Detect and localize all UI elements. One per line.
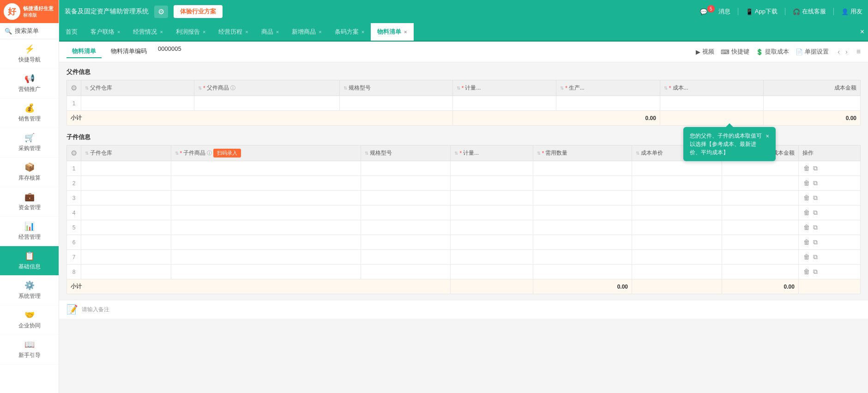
- child-row-unit-cost-2[interactable]: [632, 176, 722, 191]
- child-row-unit-cost-1[interactable]: [632, 161, 722, 176]
- child-row-qty-6[interactable]: [533, 235, 632, 250]
- close-profit-tab[interactable]: ×: [203, 29, 205, 35]
- message-button[interactable]: 💬 5 消息: [700, 7, 730, 16]
- delete-row-4[interactable]: 🗑: [803, 209, 810, 216]
- sidebar-item-marketing[interactable]: 📢 营销推广: [0, 69, 59, 98]
- parent-row-cost[interactable]: [660, 96, 764, 111]
- child-row-unit-cost-7[interactable]: [632, 250, 722, 265]
- close-customer-tab[interactable]: ×: [117, 29, 120, 35]
- child-row-unit-5[interactable]: [451, 220, 533, 235]
- child-row-warehouse-6[interactable]: [81, 235, 171, 250]
- sub-tab-bom-code[interactable]: 物料清单编码: [105, 45, 152, 58]
- child-row-unit-cost-3[interactable]: [632, 191, 722, 206]
- tab-profit[interactable]: 利润报告 ×: [169, 23, 212, 41]
- close-history-tab[interactable]: ×: [245, 29, 248, 35]
- prev-arrow[interactable]: ‹: [835, 47, 842, 56]
- child-row-product-2[interactable]: [171, 176, 361, 191]
- close-barcode-tab[interactable]: ×: [362, 29, 364, 35]
- delete-row-1[interactable]: 🗑: [803, 164, 810, 172]
- copy-row-4[interactable]: ⧉: [813, 209, 818, 216]
- sidebar-item-finance[interactable]: 💼 资金管理: [0, 187, 59, 217]
- child-row-spec-3[interactable]: [361, 191, 451, 206]
- child-row-warehouse-7[interactable]: [81, 250, 171, 265]
- child-row-unit-3[interactable]: [451, 191, 533, 206]
- tab-history[interactable]: 经营历程 ×: [212, 23, 254, 41]
- settings-icon[interactable]: ⚙: [71, 84, 77, 92]
- tab-bom[interactable]: 物料清单 ×: [371, 23, 413, 41]
- child-row-warehouse-8[interactable]: [81, 265, 171, 279]
- close-new-product-tab[interactable]: ×: [319, 29, 321, 35]
- delete-row-3[interactable]: 🗑: [803, 194, 810, 201]
- child-settings-icon[interactable]: ⚙: [71, 149, 77, 157]
- close-bom-tab[interactable]: ×: [404, 29, 407, 35]
- child-row-warehouse-3[interactable]: [81, 191, 171, 206]
- child-row-unit-cost-4[interactable]: [632, 206, 722, 220]
- shortcut-button[interactable]: ⌨ 快捷键: [721, 48, 749, 56]
- close-all-button[interactable]: ×: [856, 24, 868, 40]
- child-row-unit-4[interactable]: [451, 206, 533, 220]
- copy-row-6[interactable]: ⧉: [813, 238, 818, 246]
- child-row-unit-cost-6[interactable]: [632, 235, 722, 250]
- tab-product[interactable]: 商品 ×: [255, 23, 285, 41]
- parent-row-produce[interactable]: [556, 96, 660, 111]
- parent-row-unit[interactable]: [452, 96, 556, 111]
- child-row-qty-2[interactable]: [533, 176, 632, 191]
- delete-row-8[interactable]: 🗑: [803, 268, 810, 275]
- gear-button[interactable]: ⚙: [154, 6, 168, 18]
- copy-row-3[interactable]: ⧉: [813, 194, 818, 201]
- child-row-product-6[interactable]: [171, 235, 361, 250]
- sidebar-item-system[interactable]: ⚙️ 系统管理: [0, 276, 59, 305]
- child-row-unit-8[interactable]: [451, 265, 533, 279]
- child-row-product-1[interactable]: [171, 161, 361, 176]
- tab-customer[interactable]: 客户联络 ×: [84, 23, 127, 41]
- close-operation-tab[interactable]: ×: [160, 29, 163, 35]
- extract-cost-button[interactable]: 💲 提取成本: [756, 48, 789, 56]
- child-row-warehouse-4[interactable]: [81, 206, 171, 220]
- sidebar-item-sales[interactable]: 💰 销售管理: [0, 98, 59, 128]
- child-row-unit-1[interactable]: [451, 161, 533, 176]
- try-button[interactable]: 体验行业方案: [174, 5, 223, 18]
- child-row-product-5[interactable]: [171, 220, 361, 235]
- child-row-unit-cost-5[interactable]: [632, 220, 722, 235]
- sidebar-item-purchase[interactable]: 🛒 采购管理: [0, 128, 59, 157]
- copy-row-7[interactable]: ⧉: [813, 253, 818, 260]
- child-row-qty-4[interactable]: [533, 206, 632, 220]
- child-row-product-7[interactable]: [171, 250, 361, 265]
- child-row-warehouse-5[interactable]: [81, 220, 171, 235]
- child-row-unit-2[interactable]: [451, 176, 533, 191]
- delete-row-5[interactable]: 🗑: [803, 224, 810, 231]
- sidebar-item-basic-info[interactable]: 📋 基础信息: [0, 246, 59, 276]
- child-row-warehouse-1[interactable]: [81, 161, 171, 176]
- tab-operation-status[interactable]: 经营情况 ×: [127, 23, 169, 41]
- copy-row-2[interactable]: ⧉: [813, 179, 818, 187]
- scan-input-button[interactable]: 扫码录入: [213, 149, 241, 157]
- child-row-qty-1[interactable]: [533, 161, 632, 176]
- child-row-qty-5[interactable]: [533, 220, 632, 235]
- child-row-spec-7[interactable]: [361, 250, 451, 265]
- parent-row-warehouse[interactable]: [81, 96, 194, 111]
- child-row-product-3[interactable]: [171, 191, 361, 206]
- tooltip-close-button[interactable]: ×: [766, 132, 769, 141]
- copy-row-1[interactable]: ⧉: [813, 164, 818, 172]
- child-row-qty-3[interactable]: [533, 191, 632, 206]
- child-row-product-4[interactable]: [171, 206, 361, 220]
- online-service-button[interactable]: 🎧 在线客服: [793, 7, 826, 16]
- child-row-unit-cost-8[interactable]: [632, 265, 722, 279]
- child-row-spec-6[interactable]: [361, 235, 451, 250]
- child-row-spec-8[interactable]: [361, 265, 451, 279]
- app-download-button[interactable]: 📱 App下载: [746, 7, 778, 16]
- search-menu[interactable]: 🔍 搜索菜单: [0, 23, 59, 39]
- child-row-spec-2[interactable]: [361, 176, 451, 191]
- copy-row-8[interactable]: ⧉: [813, 268, 818, 275]
- sidebar-item-enterprise[interactable]: 🤝 企业协同: [0, 305, 59, 335]
- tab-barcode[interactable]: 条码方案 ×: [328, 23, 371, 41]
- close-product-tab[interactable]: ×: [276, 29, 279, 35]
- child-row-spec-1[interactable]: [361, 161, 451, 176]
- child-row-qty-7[interactable]: [533, 250, 632, 265]
- parent-row-product[interactable]: [194, 96, 339, 111]
- tab-new-product[interactable]: 新增商品 ×: [285, 23, 328, 41]
- notes-hint[interactable]: 请输入备注: [82, 306, 109, 314]
- user-button[interactable]: 👤 用友: [841, 7, 862, 16]
- parent-row-spec[interactable]: [339, 96, 452, 111]
- delete-row-7[interactable]: 🗑: [803, 253, 810, 260]
